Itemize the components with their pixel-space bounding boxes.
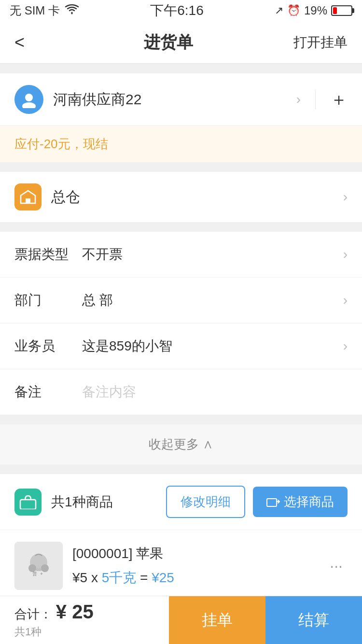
svg-text:+: + <box>40 571 43 576</box>
product-price: ¥5 x 5千克 = ¥25 <box>72 569 325 587</box>
product-info: [0000001] 苹果 ¥5 x 5千克 = ¥25 <box>72 545 325 587</box>
hang-button[interactable]: 挂单 <box>169 596 265 644</box>
warehouse-row[interactable]: 总仓 › <box>0 172 362 222</box>
total-row: 合计： ¥ 25 <box>14 601 154 623</box>
sales-arrow-icon: › <box>343 338 348 354</box>
total-count: 共1种 <box>14 625 154 639</box>
product-title: 苹果 <box>136 546 163 561</box>
product-more-button[interactable]: ··· <box>325 552 348 580</box>
status-time: 下午6:16 <box>150 1 204 20</box>
wifi-icon <box>65 4 79 17</box>
product-code: [0000001] <box>72 546 136 561</box>
select-product-label: 选择商品 <box>284 493 334 510</box>
product-unit-price: ¥5 <box>72 570 87 585</box>
product-total: ¥25 <box>152 570 174 585</box>
svg-text:普: 普 <box>32 571 37 576</box>
status-right: ↗ ⏰ 19% <box>275 4 352 17</box>
invoice-row[interactable]: 票据类型 不开票 › <box>0 232 362 278</box>
remark-input[interactable]: 备注内容 <box>72 383 348 401</box>
collapse-button[interactable]: 收起更多 ∧ <box>0 424 362 464</box>
remark-label: 备注 <box>14 383 72 401</box>
svg-rect-5 <box>267 499 277 506</box>
sales-label: 业务员 <box>14 337 72 355</box>
product-equals: = <box>140 570 152 585</box>
carrier-label: 无 SIM 卡 <box>10 3 60 18</box>
svg-point-0 <box>25 94 33 101</box>
product-multiply: x <box>91 570 102 585</box>
warehouse-section: 总仓 › <box>0 172 362 222</box>
nav-bar: < 进货单 打开挂单 <box>0 21 362 64</box>
total-area: 合计： ¥ 25 共1种 <box>0 601 169 639</box>
add-supplier-button[interactable]: ＋ <box>330 88 348 112</box>
product-item: 普 + [0000001] 苹果 ¥5 x 5千克 = ¥25 ··· <box>0 530 362 602</box>
dept-value: 总 部 <box>72 291 343 309</box>
alarm-icon: ⏰ <box>287 4 300 17</box>
bottom-bar: 合计： ¥ 25 共1种 挂单 结算 <box>0 596 362 644</box>
location-icon: ↗ <box>275 4 283 17</box>
alert-banner: 应付-20元，现结 <box>0 126 362 162</box>
total-amount: ¥ 25 <box>56 601 94 622</box>
edit-detail-button[interactable]: 修改明细 <box>166 486 245 518</box>
products-count-label: 共1种商品 <box>51 493 166 511</box>
dept-arrow-icon: › <box>343 293 348 308</box>
product-thumbnail: 普 + <box>14 542 63 590</box>
form-section: 票据类型 不开票 › 部门 总 部 › 业务员 这是859的小智 › 备注 备注… <box>0 232 362 415</box>
svg-rect-4 <box>20 500 36 509</box>
dept-label: 部门 <box>14 291 72 309</box>
back-button[interactable]: < <box>14 32 43 53</box>
sales-value: 这是859的小智 <box>72 337 343 355</box>
status-bar: 无 SIM 卡 下午6:16 ↗ ⏰ 19% <box>0 0 362 21</box>
invoice-value: 不开票 <box>72 245 343 264</box>
battery-icon <box>331 5 352 16</box>
products-header: 共1种商品 修改明细 选择商品 <box>0 474 362 530</box>
warehouse-arrow-icon: › <box>343 189 348 205</box>
checkout-button[interactable]: 结算 <box>265 596 362 644</box>
invoice-arrow-icon: › <box>343 247 348 262</box>
total-label: 合计： <box>14 607 52 621</box>
warehouse-icon <box>14 183 42 210</box>
status-left: 无 SIM 卡 <box>10 3 79 18</box>
products-section: 共1种商品 修改明细 选择商品 普 + [0000001] <box>0 474 362 602</box>
invoice-label: 票据类型 <box>14 245 72 264</box>
products-icon <box>14 489 42 516</box>
product-name: [0000001] 苹果 <box>72 545 325 563</box>
sales-row[interactable]: 业务员 这是859的小智 › <box>0 323 362 369</box>
supplier-section: 河南供应商22 › ＋ 应付-20元，现结 <box>0 73 362 162</box>
remark-row[interactable]: 备注 备注内容 <box>0 369 362 415</box>
divider <box>315 90 316 109</box>
open-hang-button[interactable]: 打开挂单 <box>293 33 348 52</box>
supplier-avatar <box>14 85 43 114</box>
supplier-row[interactable]: 河南供应商22 › ＋ <box>0 73 362 126</box>
supplier-name: 河南供应商22 <box>53 90 296 110</box>
warehouse-name: 总仓 <box>51 187 343 207</box>
dept-row[interactable]: 部门 总 部 › <box>0 278 362 323</box>
page-title: 进货单 <box>144 31 193 54</box>
product-qty: 5千克 <box>102 570 137 585</box>
battery-percent: 19% <box>304 4 327 17</box>
select-product-button[interactable]: 选择商品 <box>253 487 348 517</box>
supplier-arrow-icon: › <box>296 92 301 107</box>
svg-point-1 <box>22 102 36 108</box>
svg-rect-3 <box>26 198 30 203</box>
